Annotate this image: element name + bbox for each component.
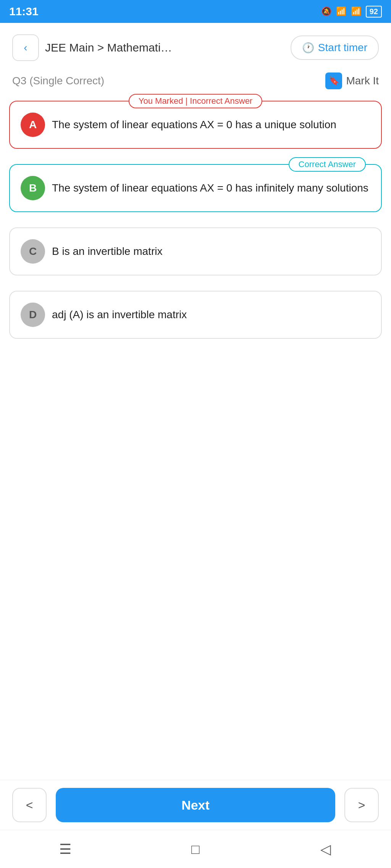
option-a-card[interactable]: You Marked | Incorrect Answer A The syst… — [9, 101, 382, 149]
back-button[interactable]: ‹ — [12, 34, 39, 61]
clock-icon: 🕐 — [302, 42, 314, 54]
start-timer-button[interactable]: 🕐 Start timer — [291, 35, 379, 60]
correct-badge: Correct Answer — [289, 157, 366, 172]
incorrect-badge: You Marked | Incorrect Answer — [129, 94, 262, 108]
bottom-navigation: < Next > — [0, 780, 391, 830]
wifi-icon: 📶 — [336, 6, 346, 16]
option-c-label: C — [29, 245, 37, 258]
main-content: ‹ JEE Main > Mathemati… 🕐 Start timer Q3… — [0, 23, 391, 868]
back-icon: ◁ — [320, 841, 331, 857]
nav-header: ‹ JEE Main > Mathemati… 🕐 Start timer — [0, 23, 391, 69]
status-icons: 🔕 📶 📶 92 — [321, 6, 382, 18]
option-a-text: The system of linear equations AX = 0 ha… — [52, 117, 369, 133]
option-c-card[interactable]: C B is an invertible matrix — [9, 227, 382, 275]
timer-label: Start timer — [318, 42, 367, 54]
status-bar: 11:31 🔕 📶 📶 92 — [0, 0, 391, 23]
home-icon: □ — [191, 841, 200, 857]
status-time: 11:31 — [9, 5, 39, 18]
option-d-label: D — [29, 309, 37, 321]
system-navigation: ☰ □ ◁ — [0, 830, 391, 868]
mark-it-label: Mark It — [346, 75, 379, 87]
nav-left: ‹ JEE Main > Mathemati… — [12, 34, 172, 61]
options-container: You Marked | Incorrect Answer A The syst… — [0, 101, 391, 339]
question-label: Q3 (Single Correct) — [12, 75, 104, 87]
battery-indicator: 92 — [366, 6, 382, 18]
mark-it-button[interactable]: 🔖 Mark It — [325, 72, 379, 89]
mute-icon: 🔕 — [321, 6, 331, 16]
home-button[interactable]: □ — [180, 834, 211, 865]
option-a-label: A — [29, 119, 37, 131]
option-b-card[interactable]: Correct Answer B The system of linear eq… — [9, 164, 382, 212]
chevron-left-icon: ‹ — [24, 42, 27, 54]
next-arrow-button[interactable]: > — [344, 788, 379, 822]
option-c-text: B is an invertible matrix — [52, 243, 369, 259]
option-d-text: adj (A) is an invertible matrix — [52, 307, 369, 323]
chevron-right-icon: > — [358, 798, 365, 812]
breadcrumb: JEE Main > Mathemati… — [45, 41, 172, 54]
option-a-avatar: A — [21, 113, 45, 137]
option-d-card[interactable]: D adj (A) is an invertible matrix — [9, 291, 382, 339]
signal-icon: 📶 — [351, 6, 361, 16]
chevron-left-icon: < — [26, 798, 33, 812]
option-d-avatar: D — [21, 303, 45, 327]
hamburger-icon: ☰ — [59, 841, 71, 857]
option-b-avatar: B — [21, 176, 45, 200]
option-b-text: The system of linear equations AX = 0 ha… — [52, 180, 369, 196]
option-c-avatar: C — [21, 239, 45, 264]
menu-button[interactable]: ☰ — [50, 834, 81, 865]
prev-button[interactable]: < — [12, 788, 47, 822]
option-b-label: B — [29, 182, 37, 194]
back-system-button[interactable]: ◁ — [310, 834, 341, 865]
next-button[interactable]: Next — [56, 788, 335, 822]
bookmark-icon: 🔖 — [325, 72, 342, 89]
